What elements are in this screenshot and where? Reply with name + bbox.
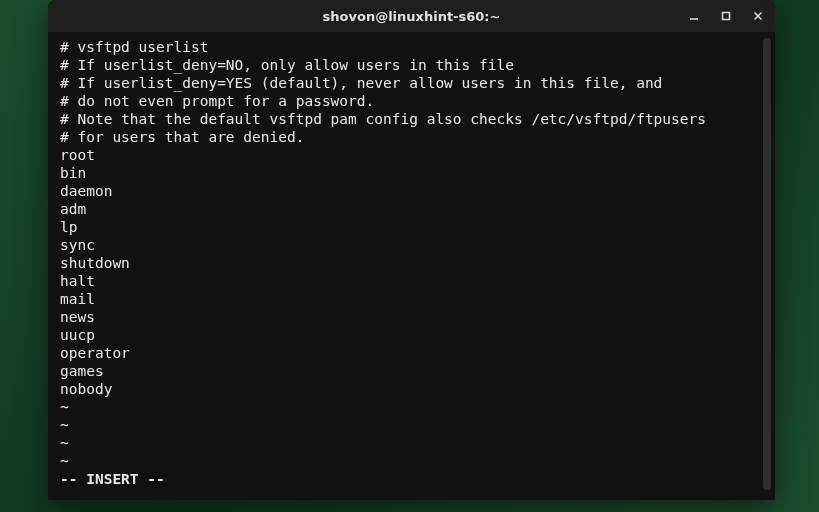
- maximize-button[interactable]: [717, 7, 735, 25]
- terminal-window: shovon@linuxhint-s60:~ # vsftpd userlist…: [48, 0, 775, 500]
- user-line: daemon: [60, 182, 763, 200]
- scrollbar[interactable]: [763, 38, 771, 490]
- user-line: bin: [60, 164, 763, 182]
- tilde-line: ~: [60, 416, 763, 434]
- user-line: operator: [60, 344, 763, 362]
- tilde-line: ~: [60, 398, 763, 416]
- editor-lines: # vsftpd userlist# If userlist_deny=NO, …: [60, 38, 763, 470]
- user-line: root: [60, 146, 763, 164]
- minimize-icon: [689, 11, 699, 21]
- maximize-icon: [721, 11, 731, 21]
- user-line: shutdown: [60, 254, 763, 272]
- user-line: halt: [60, 272, 763, 290]
- comment-line: # vsftpd userlist: [60, 38, 763, 56]
- minimize-button[interactable]: [685, 7, 703, 25]
- comment-line: # If userlist_deny=YES (default), never …: [60, 74, 763, 92]
- user-line: nobody: [60, 380, 763, 398]
- tilde-line: ~: [60, 452, 763, 470]
- user-line: news: [60, 308, 763, 326]
- terminal-content[interactable]: # vsftpd userlist# If userlist_deny=NO, …: [48, 32, 775, 500]
- close-icon: [753, 11, 763, 21]
- comment-line: # Note that the default vsftpd pam confi…: [60, 110, 763, 128]
- window-controls: [685, 7, 767, 25]
- svg-rect-1: [723, 13, 730, 20]
- tilde-line: ~: [60, 434, 763, 452]
- comment-line: # do not even prompt for a password.: [60, 92, 763, 110]
- user-line: uucp: [60, 326, 763, 344]
- comment-line: # If userlist_deny=NO, only allow users …: [60, 56, 763, 74]
- comment-line: # for users that are denied.: [60, 128, 763, 146]
- user-line: adm: [60, 200, 763, 218]
- user-line: lp: [60, 218, 763, 236]
- window-title: shovon@linuxhint-s60:~: [323, 9, 501, 24]
- close-button[interactable]: [749, 7, 767, 25]
- user-line: mail: [60, 290, 763, 308]
- editor-mode-line: -- INSERT --: [60, 470, 763, 488]
- user-line: games: [60, 362, 763, 380]
- titlebar[interactable]: shovon@linuxhint-s60:~: [48, 0, 775, 32]
- user-line: sync: [60, 236, 763, 254]
